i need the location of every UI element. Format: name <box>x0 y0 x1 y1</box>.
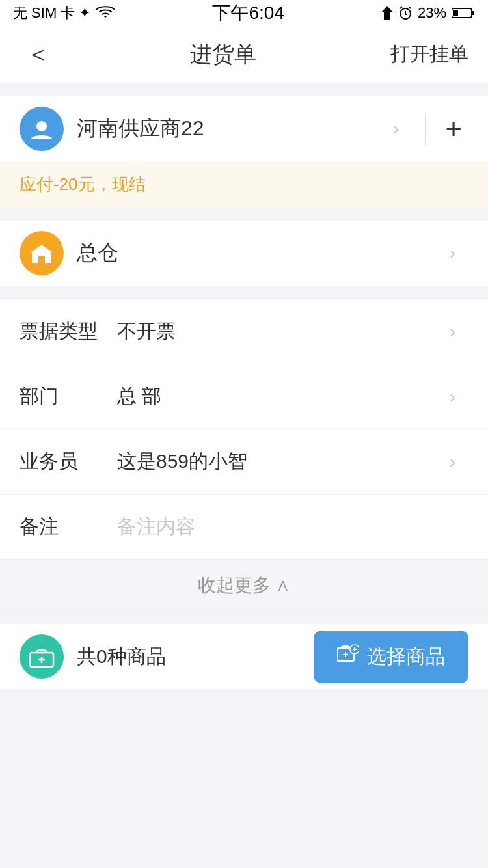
invoice-type-value: 不开票 <box>104 318 450 345</box>
status-time: 下午6:04 <box>212 1 284 25</box>
invoice-type-chevron-icon: › <box>450 321 455 342</box>
supplier-avatar <box>20 107 64 151</box>
invoice-type-row[interactable]: 票据类型 不开票 › <box>0 299 488 364</box>
location-icon <box>381 6 393 20</box>
collapse-text: 收起更多 ∧ <box>198 573 291 598</box>
collapse-row[interactable]: 收起更多 ∧ <box>0 559 488 611</box>
supplier-name: 河南供应商22 <box>77 115 393 143</box>
svg-line-5 <box>409 7 411 8</box>
supplier-chevron-icon: › <box>393 118 399 139</box>
svg-marker-0 <box>381 6 393 20</box>
sim-text: 无 SIM 卡 ✦ <box>13 3 90 23</box>
salesperson-row[interactable]: 业务员 这是859的小智 › <box>0 429 488 494</box>
select-product-button[interactable]: 选择商品 <box>314 631 468 683</box>
supplier-row[interactable]: 河南供应商22 › + <box>0 96 488 161</box>
add-supplier-button[interactable]: + <box>439 113 468 145</box>
remark-value: 备注内容 <box>104 513 468 540</box>
status-right: 23% <box>381 5 475 21</box>
salesperson-chevron-icon: › <box>450 452 455 472</box>
status-left: 无 SIM 卡 ✦ <box>13 3 115 23</box>
department-value: 总 部 <box>104 383 450 410</box>
department-label: 部门 <box>20 383 104 410</box>
warehouse-chevron-icon: › <box>450 243 455 264</box>
salesperson-label: 业务员 <box>20 448 104 475</box>
battery-text: 23% <box>418 5 446 21</box>
svg-rect-12 <box>38 256 45 263</box>
notice-row: 应付-20元，现结 <box>0 161 488 208</box>
battery-icon <box>452 7 475 19</box>
svg-line-4 <box>400 7 402 8</box>
warehouse-icon <box>20 231 64 275</box>
warehouse-section: 总仓 › <box>0 221 488 286</box>
nav-bar: ＜ 进货单 打开挂单 <box>0 26 488 83</box>
separator-2 <box>0 208 488 221</box>
svg-point-9 <box>36 121 47 131</box>
department-row[interactable]: 部门 总 部 › <box>0 364 488 429</box>
select-product-label: 选择商品 <box>367 644 445 670</box>
separator-3 <box>0 286 488 299</box>
status-bar: 无 SIM 卡 ✦ 下午6:04 23% <box>0 0 488 26</box>
notice-text: 应付-20元，现结 <box>20 174 146 194</box>
product-count: 共0种商品 <box>77 644 314 670</box>
department-chevron-icon: › <box>450 387 455 407</box>
product-bar: 共0种商品 选择商品 <box>0 624 488 689</box>
svg-rect-7 <box>472 11 474 15</box>
page-title: 进货单 <box>190 40 256 70</box>
separator-1 <box>0 83 488 96</box>
back-button[interactable]: ＜ <box>20 32 56 77</box>
remark-row[interactable]: 备注 备注内容 <box>0 494 488 559</box>
svg-rect-8 <box>453 10 458 16</box>
remark-label: 备注 <box>20 513 104 540</box>
warehouse-row[interactable]: 总仓 › <box>0 221 488 286</box>
svg-marker-11 <box>31 245 53 252</box>
supplier-section: 河南供应商22 › + 应付-20元，现结 <box>0 96 488 208</box>
warehouse-name: 总仓 <box>77 239 450 267</box>
product-icon <box>20 634 64 679</box>
wifi-icon <box>96 6 115 20</box>
open-hang-button[interactable]: 打开挂单 <box>390 41 468 68</box>
form-section: 票据类型 不开票 › 部门 总 部 › 业务员 这是859的小智 › 备注 备注… <box>0 299 488 611</box>
invoice-type-label: 票据类型 <box>20 318 104 345</box>
salesperson-value: 这是859的小智 <box>104 448 450 475</box>
alarm-icon <box>398 6 413 20</box>
supplier-divider <box>425 113 426 145</box>
select-product-icon <box>337 644 359 669</box>
